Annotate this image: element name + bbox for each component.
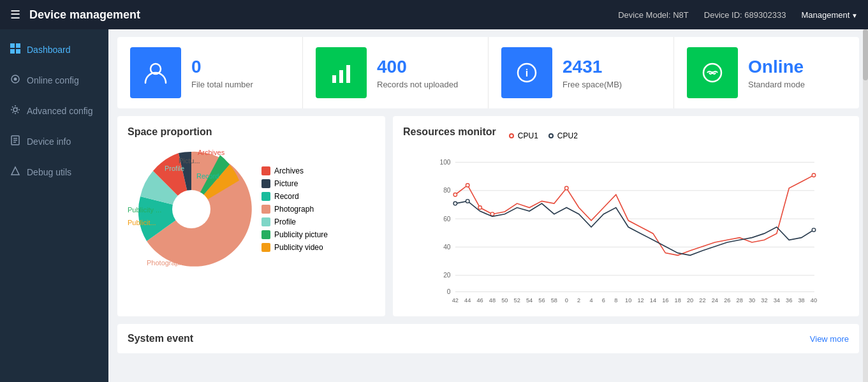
svg-text:32: 32	[761, 297, 767, 304]
svg-text:22: 22	[699, 297, 705, 304]
space-proportion-panel: Space proportion	[117, 116, 385, 316]
sidebar-item-label: Device info	[27, 136, 71, 147]
management-button[interactable]: Management	[801, 10, 858, 20]
svg-point-69	[453, 202, 457, 205]
svg-text:60: 60	[443, 216, 451, 223]
stat-card-records: 400 Records not uploaded	[303, 37, 489, 108]
records-label: Records not uploaded	[377, 80, 458, 89]
pie-label-photograph: Photograph	[147, 259, 183, 267]
svg-point-65	[478, 206, 482, 210]
svg-text:2: 2	[577, 297, 580, 304]
svg-rect-13	[332, 75, 336, 83]
file-total-number: 0	[191, 57, 253, 77]
scrollbar-thumb[interactable]	[863, 29, 868, 80]
pie-label-profile: Profile	[165, 165, 184, 172]
legend-item-picture: Picture	[261, 179, 328, 188]
sidebar-item-online-config[interactable]: Online config	[0, 65, 108, 96]
svg-text:26: 26	[724, 297, 730, 304]
line-chart-svg: 100 80 60 40 20 0 42 44 46 48 50 52 54 5…	[403, 151, 849, 304]
legend-color-record	[261, 192, 270, 201]
svg-text:38: 38	[798, 297, 804, 304]
legend-color-photograph	[261, 205, 270, 214]
sidebar-item-dashboard[interactable]: Dashboard	[0, 34, 108, 65]
legend-item-archives: Archives	[261, 166, 328, 175]
app-title: Device management	[29, 8, 618, 22]
sidebar-item-debug-utils[interactable]: Debug utils	[0, 157, 108, 187]
legend-item-record: Record	[261, 192, 328, 201]
svg-text:18: 18	[675, 297, 681, 304]
legend-item-photograph: Photograph	[261, 205, 328, 214]
svg-text:4: 4	[589, 297, 592, 304]
svg-point-63	[453, 193, 457, 196]
device-info-icon	[10, 135, 20, 148]
legend-color-picture	[261, 179, 270, 188]
legend-item-publicity-picture: Publicity picture	[261, 230, 328, 239]
device-model-label: Device Model: N8T	[618, 10, 689, 20]
menu-icon[interactable]: ☰	[10, 8, 20, 22]
svg-text:36: 36	[786, 297, 792, 304]
pie-label-record: Record	[196, 172, 219, 180]
svg-text:16: 16	[662, 297, 668, 304]
pie-chart-container: Archives Profile Pictu... Record Publici…	[128, 145, 255, 273]
svg-text:40: 40	[811, 297, 817, 304]
free-space-number: 2431	[563, 57, 622, 77]
svg-rect-0	[10, 43, 15, 48]
sidebar-item-advanced-config[interactable]: Advanced config	[0, 96, 108, 126]
svg-point-64	[466, 184, 469, 187]
sidebar-item-device-info[interactable]: Device info	[0, 126, 108, 157]
stat-card-free-space: i 2431 Free space(MB)	[489, 37, 674, 108]
svg-point-70	[466, 200, 469, 203]
svg-point-19	[711, 71, 714, 74]
legend-label-picture: Picture	[274, 179, 298, 188]
svg-point-68	[812, 173, 816, 177]
stat-card-online: Online Standard mode	[674, 37, 859, 108]
svg-text:10: 10	[625, 297, 631, 304]
svg-text:28: 28	[737, 297, 743, 304]
file-total-label: File total number	[191, 80, 253, 89]
svg-marker-11	[11, 167, 19, 175]
sidebar-item-label: Advanced config	[27, 106, 93, 116]
svg-point-66	[490, 212, 494, 216]
free-space-label: Free space(MB)	[563, 80, 622, 89]
legend-item-publicity-video: Publicity video	[261, 243, 328, 252]
svg-text:24: 24	[712, 297, 718, 304]
legend-label-profile: Profile	[274, 217, 296, 226]
main-layout: Dashboard Online config Advanced config …	[0, 29, 868, 382]
legend-cpu2: CPU2	[548, 131, 578, 140]
svg-rect-15	[346, 65, 350, 83]
svg-text:i: i	[526, 68, 528, 78]
cpu2-dot	[548, 133, 554, 138]
system-event-title: System event	[128, 333, 193, 344]
space-proportion-title: Space proportion	[128, 126, 375, 138]
dashboard-icon	[10, 43, 20, 56]
svg-text:0: 0	[565, 297, 568, 304]
view-more-button[interactable]: View more	[810, 334, 849, 344]
legend-item-profile: Profile	[261, 217, 328, 226]
svg-point-71	[812, 228, 816, 232]
legend-label-photograph: Photograph	[274, 205, 314, 214]
svg-text:20: 20	[443, 272, 451, 279]
sidebar-item-label: Dashboard	[27, 45, 71, 55]
pie-area: Archives Profile Pictu... Record Publici…	[128, 145, 375, 273]
content-area: 0 File total number 400 Records not uplo…	[108, 29, 868, 382]
svg-text:12: 12	[637, 297, 644, 304]
svg-text:14: 14	[650, 297, 656, 304]
svg-text:100: 100	[440, 159, 451, 166]
legend-label-publicity-video: Publicity video	[274, 243, 323, 252]
svg-text:6: 6	[602, 297, 605, 304]
advanced-config-icon	[10, 105, 20, 117]
legend-color-archives	[261, 166, 270, 175]
svg-text:58: 58	[551, 297, 557, 304]
svg-text:20: 20	[687, 297, 693, 304]
legend-color-publicity-video	[261, 243, 270, 252]
scrollbar-track	[863, 29, 868, 382]
stat-text-free-space: 2431 Free space(MB)	[563, 57, 622, 89]
pie-label-publicity-pic: Publicity ...	[128, 206, 161, 214]
svg-text:30: 30	[749, 297, 755, 304]
svg-rect-2	[10, 49, 15, 54]
svg-text:34: 34	[774, 297, 780, 304]
svg-point-20	[172, 190, 210, 228]
cpu2-label: CPU2	[557, 131, 578, 140]
cpu1-dot	[509, 133, 514, 138]
svg-text:8: 8	[614, 297, 617, 304]
